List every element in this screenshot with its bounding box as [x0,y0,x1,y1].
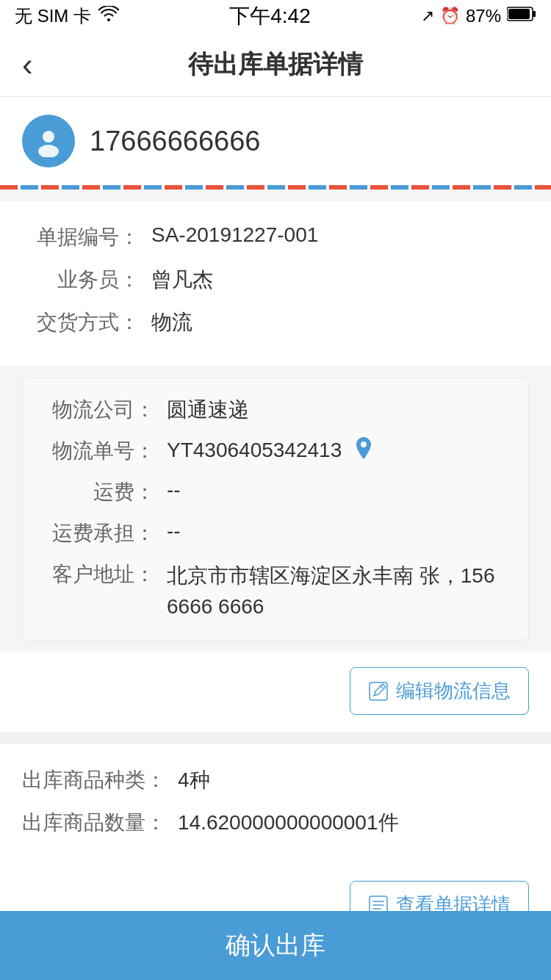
confirm-button[interactable]: 确认出库 [0,929,551,962]
logistics-tracking-label: 物流单号： [37,437,155,465]
logistics-tracking-value: YT4306405342413 [167,437,514,464]
salesman-label: 业务员： [22,266,140,294]
goods-quantity-value: 14.620000000000001件 [178,809,529,837]
logistics-tracking-row: 物流单号： YT4306405342413 [37,437,514,465]
map-pin-icon[interactable] [350,437,377,464]
wifi-icon [98,6,119,26]
status-bar-left: 无 SIM 卡 [15,4,119,28]
delivery-method-value: 物流 [151,309,529,336]
freight-row: 运费： -- [37,478,514,506]
svg-point-3 [43,131,54,143]
goods-types-value: 4种 [178,766,529,794]
goods-quantity-row: 出库商品数量： 14.620000000000001件 [22,809,529,837]
edit-logistics-button[interactable]: 编辑物流信息 [350,667,529,715]
freight-bear-label: 运费承担： [37,519,155,547]
dashed-divider [0,185,551,190]
customer-phone: 17666666666 [90,126,260,157]
order-number-row: 单据编号： SA-20191227-001 [22,223,529,251]
nav-bar: ‹ 待出库单据详情 [0,32,551,97]
location-status-icon: ↗ [421,7,434,26]
address-label: 客户地址： [37,561,155,588]
tracking-number: YT4306405342413 [167,439,342,462]
edit-logistics-label: 编辑物流信息 [396,678,511,704]
goods-quantity-label: 出库商品数量： [22,809,166,837]
logistics-company-label: 物流公司： [37,396,155,424]
svg-point-4 [38,145,59,157]
svg-rect-2 [508,9,530,19]
goods-section: 出库商品种类： 4种 出库商品数量： 14.620000000000001件 [0,744,551,866]
customer-header: 17666666666 [0,97,551,185]
status-bar-right: ↗ ⏰ 87% [421,6,536,26]
order-info-section: 单据编号： SA-20191227-001 业务员： 曾凡杰 交货方式： 物流 [0,201,551,366]
freight-label: 运费： [37,478,155,506]
address-value: 北京市市辖区海淀区永丰南 张，156 6666 6666 [167,561,514,622]
logistics-company-value: 圆通速递 [167,396,514,424]
avatar [22,115,75,167]
address-row: 客户地址： 北京市市辖区海淀区永丰南 张，156 6666 6666 [37,561,514,622]
salesman-value: 曾凡杰 [151,266,529,294]
goods-types-label: 出库商品种类： [22,766,166,794]
goods-types-row: 出库商品种类： 4种 [22,766,529,794]
order-number-label: 单据编号： [22,223,140,251]
salesman-row: 业务员： 曾凡杰 [22,266,529,294]
status-bar-time: 下午4:42 [229,2,311,30]
freight-bear-row: 运费承担： -- [37,519,514,547]
svg-rect-1 [533,11,536,17]
carrier-text: 无 SIM 卡 [15,4,91,28]
alarm-icon: ⏰ [440,7,460,26]
freight-bear-value: -- [167,519,514,543]
delivery-method-row: 交货方式： 物流 [22,309,529,336]
freight-value: -- [167,478,514,502]
battery-icon [507,6,536,26]
gray-separator [0,732,551,744]
edit-btn-container: 编辑物流信息 [0,652,551,732]
order-number-value: SA-20191227-001 [151,223,529,247]
confirm-btn-container: 确认出库 [0,911,551,980]
delivery-method-label: 交货方式： [22,309,140,336]
status-bar: 无 SIM 卡 下午4:42 ↗ ⏰ 87% [0,0,551,32]
battery-text: 87% [466,6,501,26]
page-title: 待出库单据详情 [188,48,363,82]
logistics-company-row: 物流公司： 圆通速递 [37,396,514,424]
back-button[interactable]: ‹ [22,46,33,83]
logistics-card: 物流公司： 圆通速递 物流单号： YT4306405342413 运费： -- … [22,378,529,641]
